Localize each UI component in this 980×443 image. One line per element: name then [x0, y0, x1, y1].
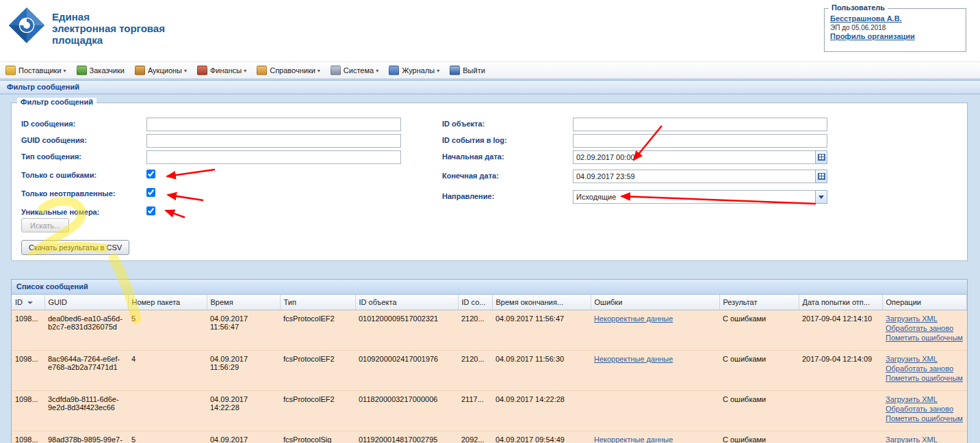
cell-errors	[591, 390, 719, 431]
user-panel-legend: Пользователь	[829, 3, 888, 12]
suppliers-icon	[5, 66, 16, 75]
user-name-link[interactable]: Бесстрашнова А.В.	[830, 14, 960, 23]
org-profile-link[interactable]: Профиль организации	[830, 32, 960, 41]
menu-item-finance[interactable]: Финансы	[197, 66, 246, 75]
msg-id-input[interactable]	[146, 118, 401, 131]
object-id-label: ID объекта:	[442, 120, 485, 128]
col-guid-header[interactable]: GUID	[44, 295, 128, 310]
col-ops-header[interactable]: Операции	[882, 295, 967, 310]
col-type-header[interactable]: Тип	[280, 295, 355, 310]
app-header: Единая электронная торговая площадка Пол…	[0, 0, 980, 62]
op-mark-error-link[interactable]: Пометить ошибочным	[886, 374, 964, 383]
date-to-calendar-button[interactable]	[815, 170, 827, 183]
cell-result: С ошибками	[719, 390, 799, 431]
cell-attempt	[799, 431, 882, 443]
msg-type-input[interactable]	[146, 150, 401, 164]
user-panel: Пользователь Бесстрашнова А.В. ЭП до 05.…	[824, 8, 966, 52]
menu-label: Заказчики	[90, 66, 125, 75]
page-title-bar: Фильтр сообщений	[0, 80, 980, 94]
menu-item-customers[interactable]: Заказчики	[77, 66, 125, 75]
header-row: ID GUID Номер пакета Время Тип ID объект…	[12, 295, 967, 310]
page-title: Фильтр сообщений	[7, 83, 79, 91]
finance-icon	[197, 66, 207, 75]
error-details-link[interactable]: Некорректные данные	[594, 355, 673, 363]
col-result-header[interactable]: Результат	[719, 295, 799, 310]
cell-object-id: 0109200002417001976	[355, 350, 458, 390]
main-menu: Поставщики Заказчики Аукционы Финансы Сп…	[0, 62, 980, 79]
col-end-time-header[interactable]: Время окончания...	[492, 295, 591, 310]
sort-desc-icon	[27, 301, 33, 304]
cell-time: 04.09.2017 14:22:28	[207, 390, 280, 431]
msg-id-label: ID сообщения:	[21, 120, 75, 128]
msg-type-label: Тип сообщения:	[21, 152, 81, 161]
exit-icon	[450, 66, 460, 75]
cell-attempt: 2017-09-04 12:14:10	[799, 310, 882, 350]
menu-item-auctions[interactable]: Аукционы	[135, 66, 187, 75]
col-object-id-header[interactable]: ID объекта	[355, 295, 458, 310]
menu-item-journals[interactable]: Журналы	[389, 66, 439, 75]
object-id-input[interactable]	[573, 118, 827, 131]
log-event-id-label: ID события в log:	[442, 136, 507, 144]
menu-label: Система	[344, 66, 374, 75]
cell-end-time: 04.09.2017 09:54:49	[492, 431, 591, 443]
op-reprocess-link[interactable]: Обработать заново	[886, 405, 964, 414]
table-row[interactable]: 1098... 3cdfda9b-8111-6d6e-9e2d-8d34f423…	[12, 390, 967, 431]
error-details-link[interactable]: Некорректные данные	[594, 435, 673, 443]
date-from-calendar-button[interactable]	[815, 150, 827, 164]
app-viewport: Единая электронная торговая площадка Пол…	[0, 0, 980, 443]
cell-operations: Загрузить XML Обработать заново Пометить…	[882, 390, 967, 431]
col-errors-header[interactable]: Ошибки	[591, 295, 719, 310]
only-errors-checkbox[interactable]	[146, 170, 155, 178]
menu-item-exit[interactable]: Выйти	[450, 66, 485, 75]
date-to-input[interactable]	[573, 170, 815, 183]
cell-operations: Загрузить XML Обработать заново Пометить…	[882, 350, 967, 390]
logo-icon	[8, 7, 45, 44]
col-packet-header[interactable]: Номер пакета	[128, 295, 207, 310]
search-button[interactable]: Искать...	[21, 218, 69, 232]
col-id-label: ID	[15, 298, 23, 306]
col-attempt-header[interactable]: Дата попытки отп...	[799, 295, 882, 310]
table-row[interactable]: 1098... 98ad378b-9895-99e7-b5c6-0d34f423…	[12, 431, 967, 443]
download-csv-button[interactable]: Скачать результаты в CSV	[21, 240, 129, 255]
table-row[interactable]: 1098... 8ac9644a-7264-e6ef-e768-a2b2a774…	[12, 350, 967, 390]
direction-label: Направление:	[442, 192, 494, 200]
op-load-xml-link[interactable]: Загрузить XML	[886, 314, 964, 323]
menu-item-suppliers[interactable]: Поставщики	[5, 66, 66, 75]
direction-combo[interactable]: Исходящие	[573, 190, 815, 204]
only-unsent-checkbox[interactable]	[146, 188, 155, 197]
op-load-xml-link[interactable]: Загрузить XML	[886, 395, 964, 404]
error-details-link[interactable]: Некорректные данные	[594, 314, 673, 323]
col-time-header[interactable]: Время	[207, 295, 280, 310]
cell-operations: Загрузить XML Обработать заново Пометить…	[882, 431, 967, 443]
date-to-field	[573, 170, 827, 183]
col-id-header[interactable]: ID	[12, 295, 44, 310]
op-load-xml-link[interactable]: Загрузить XML	[886, 355, 964, 364]
cell-time: 04.09.2017 11:56:47	[207, 310, 280, 350]
cell-operations: Загрузить XML Обработать заново Пометить…	[882, 310, 967, 350]
op-reprocess-link[interactable]: Обработать заново	[886, 364, 964, 373]
unique-numbers-checkbox[interactable]	[146, 206, 155, 215]
brand-title-line3: площадка	[52, 34, 165, 46]
op-load-xml-link[interactable]: Загрузить XML	[886, 435, 964, 443]
cell-id-so: 2120...	[458, 310, 492, 350]
direction-dropdown-button[interactable]	[815, 190, 827, 204]
col-id-so-header[interactable]: ID со...	[458, 295, 492, 310]
log-event-id-input[interactable]	[573, 134, 827, 148]
menu-item-system[interactable]: Система	[331, 66, 378, 75]
menu-item-references[interactable]: Справочники	[257, 66, 320, 75]
table-row[interactable]: 1098... dea0bed6-ea10-a56d-b2c7-e831d326…	[12, 310, 967, 350]
cell-id: 1098...	[12, 431, 44, 443]
msg-guid-input[interactable]	[146, 134, 401, 148]
op-mark-error-link[interactable]: Пометить ошибочным	[886, 414, 964, 423]
cell-id-so: 2120...	[458, 350, 492, 390]
filter-panel-legend: Фильтр сообщений	[17, 98, 96, 106]
calendar-icon	[818, 173, 825, 180]
brand-title-line1: Единая	[52, 11, 165, 23]
date-from-input[interactable]	[573, 150, 815, 164]
references-icon	[257, 66, 267, 75]
op-reprocess-link[interactable]: Обработать заново	[886, 324, 964, 333]
menu-label: Поставщики	[18, 66, 62, 75]
cell-type: fcsProtocolSig	[280, 431, 355, 443]
cell-packet: 5	[128, 310, 207, 350]
op-mark-error-link[interactable]: Пометить ошибочным	[886, 334, 964, 343]
